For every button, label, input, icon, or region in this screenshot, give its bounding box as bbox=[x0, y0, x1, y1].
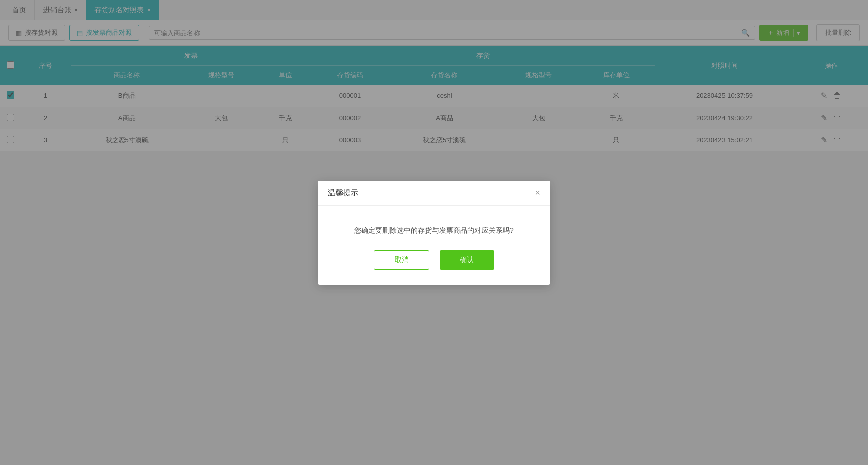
modal-overlay: 温馨提示 × 您确定要删除选中的存货与发票商品的对应关系吗? 取消 确认 bbox=[0, 0, 868, 151]
